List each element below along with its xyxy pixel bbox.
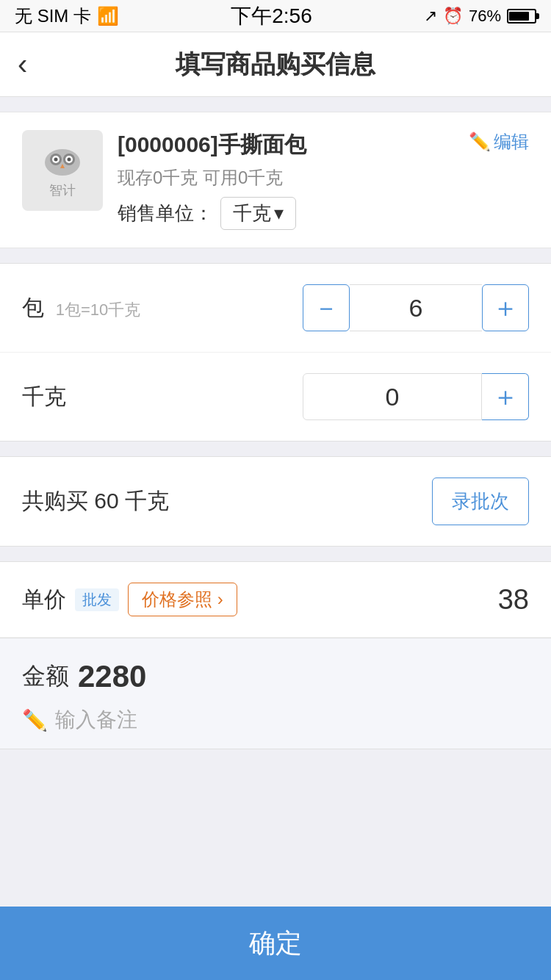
unit-value: 千克 [233,201,271,226]
location-icon: ↗ [424,7,437,26]
kg-plus-button[interactable]: ＋ [482,373,529,420]
price-label: 单价 [22,585,66,615]
carrier-text: 无 SIM 卡 [15,4,91,28]
price-reference-button[interactable]: 价格参照 › [128,583,237,616]
kg-quantity-input[interactable] [303,373,482,420]
amount-value: 2280 [78,659,146,694]
owl-logo-icon [40,142,84,179]
svg-point-5 [54,158,58,162]
summary-row: 共购买 60 千克 录批次 [0,456,551,547]
remark-row[interactable]: ✏️ 输入备注 [22,706,529,734]
remark-placeholder: 输入备注 [55,706,137,734]
product-name: [0000006]手撕面包 [118,130,529,160]
back-button[interactable]: ‹ [18,48,27,81]
kg-label: 千克 [22,382,66,412]
time-display: 下午2:56 [231,2,312,30]
unit-label: 销售单位： [118,201,213,226]
confirm-button[interactable]: 确定 [0,907,551,980]
amount-row: 金额 2280 [22,659,529,694]
dropdown-icon: ▾ [274,202,284,225]
price-label-group: 单价 批发 价格参照 › [22,583,237,616]
alarm-icon: ⏰ [443,7,463,26]
page-title: 填写商品购买信息 [176,48,375,82]
product-thumbnail: 智计 [22,130,103,211]
status-right: ↗ ⏰ 76% [424,7,536,26]
record-batch-button[interactable]: 录批次 [432,478,529,525]
product-info: [0000006]手撕面包 现存0千克 可用0千克 销售单位： 千克 ▾ [118,130,529,230]
product-thumb-inner: 智计 [40,142,84,199]
product-unit: 销售单位： 千克 ▾ [118,197,529,230]
kg-quantity-row: 千克 ＋ [0,353,551,441]
status-left: 无 SIM 卡 📶 [15,4,119,28]
remark-icon: ✏️ [22,708,48,732]
quantity-section: 包 1包=10千克 － ＋ 千克 ＋ [0,263,551,442]
svg-point-6 [68,158,71,162]
edit-label: 编辑 [494,130,529,154]
product-card: 智计 [0000006]手撕面包 现存0千克 可用0千克 销售单位： 千克 ▾ … [0,112,551,248]
bao-plus-button[interactable]: ＋ [482,284,529,331]
edit-icon: ✏️ [469,131,491,152]
svg-point-0 [45,149,80,176]
bao-quantity-input[interactable] [350,284,482,331]
price-row: 单价 批发 价格参照 › 38 [0,562,551,638]
amount-label: 金额 [22,660,69,693]
battery-icon [507,9,536,24]
amount-section: 金额 2280 ✏️ 输入备注 [0,638,551,749]
price-tag: 批发 [75,588,119,611]
battery-text: 76% [469,7,501,26]
price-value: 38 [498,584,529,616]
product-stock: 现存0千克 可用0千克 [118,166,529,190]
bao-label: 包 1包=10千克 [22,293,140,323]
summary-text: 共购买 60 千克 [22,486,169,516]
bao-quantity-row: 包 1包=10千克 － ＋ [0,264,551,353]
logo-text: 智计 [49,181,76,199]
bao-minus-button[interactable]: － [303,284,350,331]
bao-sub-label: 1包=10千克 [56,300,141,319]
price-section: 单价 批发 价格参照 › 38 [0,561,551,638]
wifi-icon: 📶 [97,6,119,26]
status-bar: 无 SIM 卡 📶 下午2:56 ↗ ⏰ 76% [0,0,551,32]
unit-select[interactable]: 千克 ▾ [220,197,296,230]
bao-qty-controls: － ＋ [303,284,529,331]
nav-bar: ‹ 填写商品购买信息 [0,32,551,97]
kg-qty-controls: ＋ [303,373,529,420]
edit-button[interactable]: ✏️ 编辑 [469,130,529,154]
